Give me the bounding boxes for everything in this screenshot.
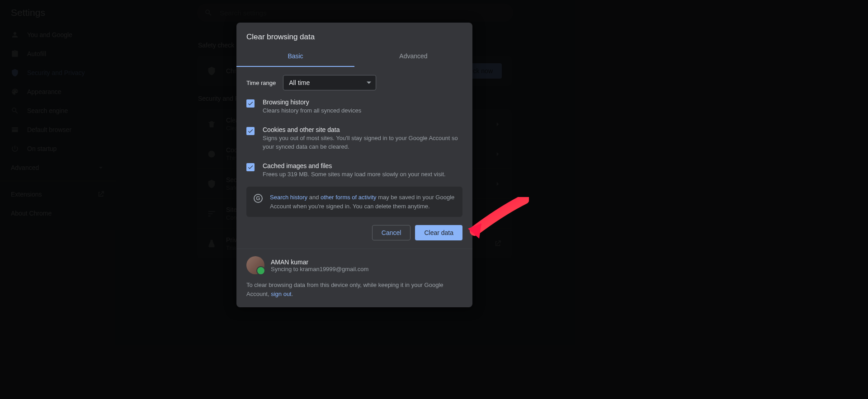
avatar bbox=[246, 256, 264, 274]
cancel-button[interactable]: Cancel bbox=[372, 225, 411, 240]
option-cookies[interactable]: Cookies and other site data Signs you ou… bbox=[246, 123, 462, 154]
signout-link[interactable]: sign out bbox=[271, 291, 292, 297]
dialog-tabs: Basic Advanced bbox=[236, 46, 472, 67]
time-range-select[interactable]: All time bbox=[283, 75, 376, 90]
option-title: Cookies and other site data bbox=[263, 126, 462, 133]
info-and: and bbox=[307, 194, 321, 201]
option-sub: Frees up 319 MB. Some sites may load mor… bbox=[263, 170, 446, 179]
time-range-label: Time range bbox=[246, 80, 276, 86]
clear-data-button[interactable]: Clear data bbox=[415, 225, 462, 240]
caret-down-icon bbox=[367, 82, 371, 84]
checkbox-cache[interactable] bbox=[246, 163, 255, 171]
option-title: Browsing history bbox=[263, 99, 361, 106]
signout-after: . bbox=[292, 291, 293, 297]
account-name: AMAN kumar bbox=[271, 258, 368, 266]
checkbox-browsing-history[interactable] bbox=[246, 99, 255, 108]
option-sub: Clears history from all synced devices bbox=[263, 107, 361, 115]
account-row: AMAN kumar Syncing to kraman19999@gmail.… bbox=[246, 256, 462, 274]
google-icon: G bbox=[254, 194, 263, 203]
dialog-title: Clear browsing data bbox=[236, 23, 472, 46]
option-title: Cached images and files bbox=[263, 162, 446, 169]
google-activity-info: G Search history and other forms of acti… bbox=[246, 187, 462, 217]
clear-browsing-data-dialog: Clear browsing data Basic Advanced Time … bbox=[236, 23, 472, 307]
account-sync-status: Syncing to kraman19999@gmail.com bbox=[271, 266, 368, 272]
option-sub: Signs you out of most sites. You'll stay… bbox=[263, 134, 462, 151]
option-cache[interactable]: Cached images and files Frees up 319 MB.… bbox=[246, 160, 462, 182]
option-browsing-history[interactable]: Browsing history Clears history from all… bbox=[246, 96, 462, 118]
tab-basic[interactable]: Basic bbox=[236, 46, 354, 67]
tab-advanced[interactable]: Advanced bbox=[354, 46, 472, 67]
time-range-value: All time bbox=[289, 79, 310, 86]
other-activity-link[interactable]: other forms of activity bbox=[321, 194, 377, 201]
signout-note: To clear browsing data from this device … bbox=[246, 281, 462, 298]
checkbox-cookies[interactable] bbox=[246, 127, 255, 135]
search-history-link[interactable]: Search history bbox=[270, 194, 307, 201]
